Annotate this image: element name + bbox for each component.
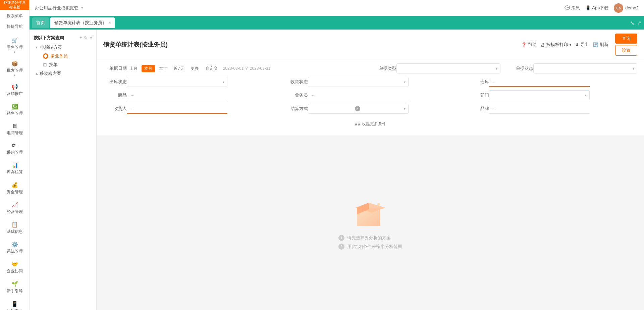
product-dots: ··· [129, 93, 136, 98]
app-download-btn[interactable]: 📱 App下载 [585, 5, 608, 11]
product-col: 商品 ··· [103, 90, 275, 100]
date-tab-more[interactable]: 更多 [188, 65, 202, 72]
sidebar-item-enterprise[interactable]: 🤝 企业协同 [0, 258, 29, 277]
doc-status-select[interactable]: ▾ [533, 63, 637, 73]
empty-illustration [350, 196, 390, 229]
tree-arrow-mobile: ▶ [35, 72, 38, 75]
date-filter-col: 单据日期 上月 本月 本年 近7天 更多 自定义 2023-03-01 至 20… [103, 65, 370, 72]
wholesale-icon: 📦 [11, 60, 18, 67]
quick-nav-btn[interactable]: 快捷导航 [0, 22, 29, 31]
doc-type-arrow-icon: ▾ [496, 67, 497, 70]
sidebar: 畅捷通好生意标准版 搜索菜单 快捷导航 🛒 零售管理 ▲ 📦 批发管理 ▲ 📢 … [0, 0, 30, 310]
hint-num-2: 2 [338, 244, 344, 250]
scheme-header-icons: + ✎ « [79, 35, 92, 41]
doc-status-label: 单据状态 [510, 65, 533, 71]
tree-arrow-desktop: ▼ [35, 46, 38, 49]
tree-node-mobile[interactable]: ▶ 移动端方案 [30, 69, 96, 78]
tab-home-label: 首页 [36, 20, 45, 26]
empty-state: 1 请先选择要分析的方案 2 用[过滤]条件来缩小分析范围 [97, 135, 644, 310]
sidebar-item-ecommerce[interactable]: 🖥 电商管理 [0, 120, 29, 139]
date-tab-last-month[interactable]: 上月 [127, 65, 140, 72]
doc-type-select[interactable]: ▾ [396, 63, 500, 73]
print-btn[interactable]: 🖨 按模板打印 ▾ [541, 42, 571, 48]
search-menu-btn[interactable]: 搜索菜单 [0, 10, 29, 22]
collapse-btn[interactable]: ∧∧ 收起更多条件 [353, 119, 388, 129]
edit-scheme-icon[interactable]: ✎ [84, 35, 88, 41]
sidebar-item-finance[interactable]: 💰 资金管理 [0, 178, 29, 198]
tree-node-desktop[interactable]: ▼ 电脑端方案 [30, 43, 96, 52]
salesperson-dots: ··· [311, 93, 317, 98]
hint-num-1: 1 [338, 235, 344, 241]
refresh-btn[interactable]: 🔄 刷新 [593, 42, 608, 48]
sidebar-item-marketing[interactable]: 📢 营销推广 [0, 80, 29, 100]
sidebar-item-label-app-center: 应用中心 [7, 308, 23, 310]
sidebar-item-newbie[interactable]: 🌱 新手引导 [0, 277, 29, 297]
sidebar-item-purchase[interactable]: 🛍 采购管理 [0, 139, 29, 159]
sidebar-item-label-wholesale: 批发管理 [7, 68, 23, 73]
product-input[interactable]: ··· [127, 90, 227, 100]
sidebar-item-sales[interactable]: 💹 销售管理 [0, 100, 29, 120]
query-button[interactable]: 查询 [615, 34, 637, 44]
operations-icon: 📈 [11, 202, 18, 208]
filter-row-3: 商品 ··· 业务员 ··· 部门 [103, 90, 637, 100]
collapse-label: 收起更多条件 [362, 121, 386, 127]
tree-leaf-salesperson[interactable]: 按业务员 [30, 52, 96, 60]
help-btn[interactable]: ❓ 帮助 [521, 42, 537, 48]
query-settings-btns: 查询 设置 [615, 34, 637, 56]
empty-box-svg [350, 196, 390, 229]
svg-point-2 [358, 213, 360, 215]
settle-clear-icon[interactable]: × [355, 106, 360, 111]
date-tab-custom[interactable]: 自定义 [203, 65, 220, 72]
sidebar-item-basic[interactable]: 📋 基础信息 [0, 218, 29, 238]
consignee-input[interactable]: ··· [127, 104, 227, 114]
page-header: 销货单统计表(按业务员) ❓ 帮助 🖨 按模板打印 ▾ ⬇ [97, 30, 644, 59]
department-select[interactable]: ▾ [489, 90, 590, 100]
sidebar-item-system[interactable]: ⚙️ 系统管理 [0, 238, 29, 258]
tab-close-icon[interactable]: × [109, 21, 111, 25]
download-icon: 📱 [585, 5, 591, 10]
payment-status-select[interactable]: ▾ [308, 77, 409, 87]
messages-btn[interactable]: 💬 消息 [565, 5, 580, 11]
doc-type-label: 单据类型 [373, 65, 396, 71]
settle-col: 结算方式 × ▾ [284, 104, 456, 114]
empty-hint-1: 1 请先选择要分析的方案 [338, 235, 402, 241]
refresh-label: 刷新 [600, 42, 608, 48]
sidebar-item-app-center[interactable]: 📱 应用中心 [0, 297, 29, 310]
newbie-icon: 🌱 [11, 281, 18, 287]
warehouse-col: 仓库 ··· [466, 77, 637, 87]
active-scheme-badge [43, 53, 48, 59]
sidebar-item-label-enterprise: 企业协同 [7, 268, 23, 274]
doc-type-col: 单据类型 ▾ [373, 63, 500, 73]
sidebar-item-retail[interactable]: 🛒 零售管理 ▲ [0, 34, 29, 57]
tab-restore-icon[interactable]: ⤡ [630, 20, 634, 26]
user-area[interactable]: Ea demo2 [614, 3, 639, 13]
out-status-arrow-icon: ▾ [223, 80, 224, 84]
tab-sales-stats-label: 销货单统计表（按业务员） [54, 20, 107, 26]
out-status-select[interactable]: ▾ [127, 77, 227, 87]
date-tab-7days[interactable]: 近7天 [171, 65, 187, 72]
sidebar-item-inventory[interactable]: 📊 库存核算 [0, 159, 29, 178]
date-tab-this-year[interactable]: 本年 [156, 65, 170, 72]
tree-leaf-by-order[interactable]: ⊞ 按单 [30, 60, 96, 69]
refresh-icon: 🔄 [593, 42, 598, 47]
settings-button[interactable]: 设置 [615, 45, 637, 56]
sidebar-item-operations[interactable]: 📈 经营管理 [0, 198, 29, 218]
date-tab-this-month[interactable]: 本月 [142, 65, 155, 72]
warehouse-input[interactable]: ··· [489, 77, 590, 87]
messages-label: 消息 [571, 5, 580, 11]
tab-sales-stats[interactable]: 销货单统计表（按业务员） × [50, 17, 115, 28]
settle-select[interactable]: × ▾ [308, 104, 409, 114]
sidebar-item-wholesale[interactable]: 📦 批发管理 ▲ [0, 57, 29, 80]
department-col: 部门 ▾ [466, 90, 637, 100]
tab-home[interactable]: 首页 [32, 17, 49, 28]
salesperson-input[interactable]: ··· [308, 90, 409, 100]
sidebar-item-label-ecommerce: 电商管理 [7, 130, 23, 136]
add-scheme-icon[interactable]: + [79, 35, 82, 41]
salesperson-label: 业务员 [284, 92, 308, 98]
sidebar-item-label-basic: 基础信息 [7, 229, 23, 235]
tab-maximize-icon[interactable]: ⤢ [637, 20, 641, 26]
export-btn[interactable]: ⬇ 导出 [575, 42, 589, 48]
page-title: 销货单统计表(按业务员) [103, 41, 168, 49]
collapse-scheme-icon[interactable]: « [90, 35, 92, 41]
brand-input[interactable]: ··· [489, 104, 590, 114]
